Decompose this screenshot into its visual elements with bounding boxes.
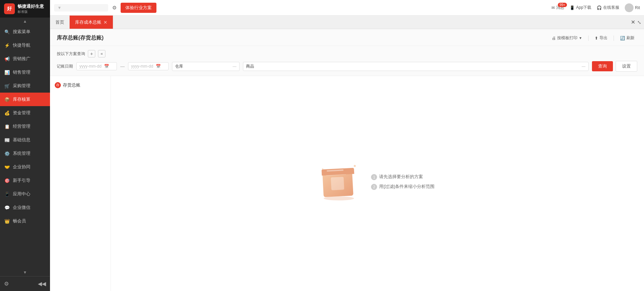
empty-tip-2: 2 用[过滤]条件来缩小分析范围: [371, 184, 434, 190]
topbar-gear-icon[interactable]: ⚙: [111, 3, 118, 12]
sidebar-logo: 好 畅捷通好生意 标准版: [0, 0, 50, 18]
empty-tip-1: 1 请先选择要分析的方案: [371, 174, 434, 180]
settings-button[interactable]: 设置: [616, 61, 637, 72]
page-header: 库存总账(存货总账) 🖨 按模板打印 ▼ ⬆ 导出 🔄 刷新: [50, 29, 644, 46]
filter-action-buttons: 查询 设置: [592, 61, 637, 72]
sidebar: 好 畅捷通好生意 标准版 ▲ 🔍 搜索菜单 ⚡ 快捷导航 📢 营销推广 📊 销售…: [0, 0, 50, 291]
user-menu[interactable]: Rit: [625, 3, 640, 12]
tab-home[interactable]: 首页: [50, 16, 70, 29]
app-download-button[interactable]: 📱 App下载: [570, 5, 591, 10]
sidebar-item-label: 搜索菜单: [13, 29, 30, 35]
body-area: 存 存货总账: [50, 76, 644, 291]
tip-text-1: 请先选择要分析的方案: [379, 174, 423, 180]
sidebar-item-label: 营销推广: [13, 56, 30, 62]
warehouse-label: 仓库: [175, 64, 232, 69]
message-button[interactable]: ✉ 消息 99+: [551, 5, 564, 10]
sidebar-item-quick-nav[interactable]: ⚡ 快捷导航: [0, 39, 50, 52]
export-icon: ⬆: [595, 36, 598, 41]
page-title: 库存总账(存货总账): [57, 34, 104, 42]
message-badge: 99+: [558, 3, 567, 7]
export-label: 导出: [599, 35, 608, 41]
goods-filter[interactable]: 商品 ···: [243, 62, 589, 71]
tab-close-icon[interactable]: ✕: [103, 20, 107, 25]
action-divider-2: [614, 35, 614, 41]
collapse-sidebar-icon[interactable]: ◀◀: [38, 281, 46, 287]
wechat-icon: 💬: [4, 204, 10, 211]
sidebar-item-label: 库存核算: [13, 96, 30, 102]
sidebar-scroll-up[interactable]: ▲: [0, 18, 50, 25]
goods-more-icon[interactable]: ···: [581, 64, 586, 69]
app-logo-text: 畅捷通好生意 标准版: [18, 4, 44, 14]
sidebar-item-enterprise[interactable]: 🤝 企业协同: [0, 160, 50, 174]
sidebar-item-wechat[interactable]: 💬 企业微信: [0, 201, 50, 214]
calendar-end-icon[interactable]: 📅: [156, 64, 161, 69]
sidebar-item-label: 采购管理: [13, 83, 30, 89]
sidebar-item-label: 企业微信: [13, 204, 30, 211]
sidebar-item-app-center[interactable]: 📱 应用中心: [0, 187, 50, 201]
operations-icon: 📋: [4, 123, 10, 129]
sidebar-item-operations[interactable]: 📋 经营管理: [0, 120, 50, 133]
filter-collapse-button[interactable]: «: [98, 50, 105, 57]
sidebar-item-inventory[interactable]: 📦 库存核算: [0, 93, 50, 106]
member-icon: 👑: [4, 218, 10, 224]
system-icon: ⚙️: [4, 150, 10, 156]
panel-resize-icon[interactable]: ⤡: [637, 20, 641, 25]
sidebar-item-sales[interactable]: 📊 销售管理: [0, 66, 50, 79]
main-area: ▼ ⚙ 体验行业方案 ✉ 消息 99+ 📱 App下载 🎧 在线客服 Rit: [50, 0, 644, 291]
sidebar-item-funds[interactable]: 💰 资金管理: [0, 106, 50, 120]
user-name: Rit: [635, 5, 640, 10]
sidebar-item-label: 企业协同: [13, 164, 30, 170]
sidebar-item-label: 应用中心: [13, 191, 30, 197]
tab-inventory-cost[interactable]: 库存成本总账 ✕: [70, 16, 113, 29]
query-button[interactable]: 查询: [592, 61, 613, 71]
app-center-icon: 📱: [4, 191, 10, 197]
empty-tips: 1 请先选择要分析的方案 2 用[过滤]条件来缩小分析范围: [371, 174, 434, 193]
warehouse-more-icon[interactable]: ···: [232, 64, 237, 69]
online-service-button[interactable]: 🎧 在线客服: [597, 5, 619, 10]
app-logo-icon: 好: [4, 3, 15, 14]
print-button[interactable]: 🖨 按模板打印 ▼: [549, 34, 585, 42]
filter-label: 按以下方案查询: [57, 51, 85, 57]
scheme-item-inventory-ledger[interactable]: 存 存货总账: [50, 79, 110, 91]
action-divider: [588, 35, 589, 41]
sidebar-item-label: 系统管理: [13, 150, 30, 156]
empty-state: 1 请先选择要分析的方案 2 用[过滤]条件来缩小分析范围: [111, 76, 644, 291]
tip-num-1: 1: [371, 174, 377, 180]
edition-label: 标准版: [18, 9, 44, 14]
sidebar-item-label: 销售管理: [13, 69, 30, 75]
sidebar-item-basic-info[interactable]: 📰 基础信息: [0, 133, 50, 147]
refresh-button[interactable]: 🔄 刷新: [617, 34, 637, 42]
sidebar-item-label: 快捷导航: [13, 42, 30, 48]
sidebar-item-member[interactable]: 👑 畅会员: [0, 214, 50, 228]
newcomer-icon: 🎯: [4, 177, 10, 184]
message-icon: ✉: [551, 5, 555, 10]
panel-close-icon[interactable]: ✕: [631, 19, 635, 25]
calendar-start-icon[interactable]: 📅: [104, 64, 109, 69]
date-start-input[interactable]: yyyy-mm-dd 📅: [76, 62, 117, 70]
settings-footer-icon[interactable]: ⚙: [4, 281, 9, 287]
sidebar-item-system[interactable]: ⚙️ 系统管理: [0, 147, 50, 160]
warehouse-filter[interactable]: 仓库 ···: [172, 62, 240, 71]
sidebar-item-purchase[interactable]: 🛒 采购管理: [0, 79, 50, 93]
sidebar-item-marketing[interactable]: 📢 营销推广: [0, 52, 50, 66]
filter-add-button[interactable]: +: [88, 50, 95, 57]
topbar-search-area[interactable]: ▼: [54, 4, 108, 11]
sidebar-scroll-down[interactable]: ▼: [0, 269, 50, 276]
sidebar-item-label: 新手引导: [13, 177, 30, 184]
app-download-label: App下载: [576, 5, 591, 10]
date-end-input[interactable]: yyyy-mm-dd 📅: [128, 62, 169, 70]
content-area: 库存总账(存货总账) 🖨 按模板打印 ▼ ⬆ 导出 🔄 刷新: [50, 29, 644, 291]
industry-btn[interactable]: 体验行业方案: [121, 3, 156, 13]
tip-num-2: 2: [371, 184, 377, 190]
export-button[interactable]: ⬆ 导出: [592, 34, 610, 42]
sidebar-item-search[interactable]: 🔍 搜索菜单: [0, 25, 50, 39]
sidebar-item-newcomer[interactable]: 🎯 新手引导: [0, 174, 50, 187]
enterprise-icon: 🤝: [4, 164, 10, 170]
sidebar-item-label: 经营管理: [13, 123, 30, 129]
print-dropdown-icon[interactable]: ▼: [579, 36, 582, 40]
sidebar-item-label: 畅会员: [13, 218, 26, 224]
inventory-icon: 📦: [4, 96, 10, 102]
sidebar-item-label: 资金管理: [13, 110, 30, 116]
tab-home-label: 首页: [55, 19, 64, 25]
date-separator: —: [120, 64, 125, 69]
